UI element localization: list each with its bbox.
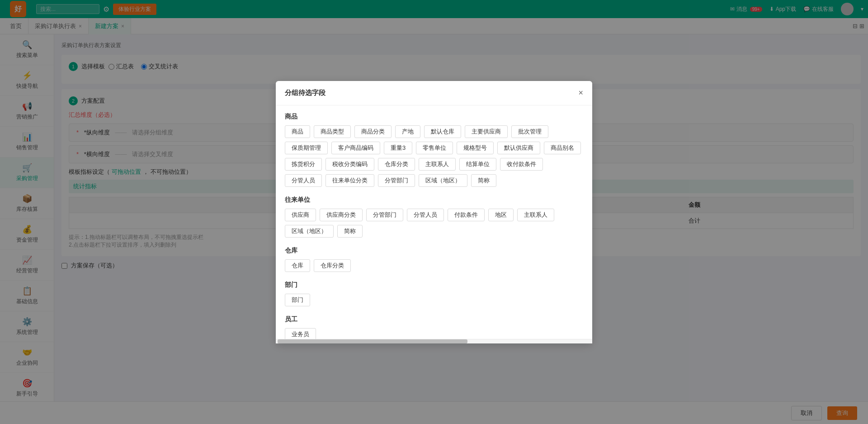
field-tag-0-10[interactable]: 零售单位 bbox=[416, 142, 453, 154]
field-group-3: 部门部门 bbox=[285, 281, 583, 306]
field-tag-0-19[interactable]: 收付款条件 bbox=[500, 158, 543, 171]
modal-overlay: 分组待选字段 × 商品商品商品类型商品分类产地默认仓库主要供应商批次管理保质期管… bbox=[0, 0, 868, 424]
field-tags-1: 供应商供应商分类分管部门分管人员付款条件地区主联系人区域（地区）简称 bbox=[285, 209, 583, 238]
field-tag-0-21[interactable]: 往来单位分类 bbox=[326, 174, 374, 187]
field-tag-0-9[interactable]: 重量3 bbox=[384, 142, 412, 154]
field-group-title-3: 部门 bbox=[285, 281, 583, 289]
field-tag-0-20[interactable]: 分管人员 bbox=[285, 174, 322, 187]
field-tags-4: 业务员 bbox=[285, 328, 583, 339]
field-tag-1-5[interactable]: 地区 bbox=[488, 209, 514, 221]
field-tag-1-4[interactable]: 付款条件 bbox=[448, 209, 485, 221]
field-tags-3: 部门 bbox=[285, 294, 583, 306]
field-tags-2: 仓库仓库分类 bbox=[285, 259, 583, 272]
field-group-2: 仓库仓库仓库分类 bbox=[285, 247, 583, 272]
field-tag-0-23[interactable]: 区域（地区） bbox=[419, 174, 467, 187]
field-tag-0-22[interactable]: 分管部门 bbox=[378, 174, 415, 187]
field-tag-0-17[interactable]: 主联系人 bbox=[419, 158, 456, 171]
field-group-title-4: 员工 bbox=[285, 315, 583, 324]
field-tag-2-0[interactable]: 仓库 bbox=[285, 259, 310, 272]
field-tag-0-14[interactable]: 拣货积分 bbox=[285, 158, 322, 171]
modal: 分组待选字段 × 商品商品商品类型商品分类产地默认仓库主要供应商批次管理保质期管… bbox=[276, 81, 592, 343]
modal-body: 商品商品商品类型商品分类产地默认仓库主要供应商批次管理保质期管理客户商品编码重量… bbox=[276, 105, 592, 339]
field-tag-1-6[interactable]: 主联系人 bbox=[517, 209, 554, 221]
field-tag-0-11[interactable]: 规格型号 bbox=[457, 142, 494, 154]
field-tag-4-0[interactable]: 业务员 bbox=[285, 328, 316, 339]
field-tag-0-15[interactable]: 税收分类编码 bbox=[326, 158, 374, 171]
field-tag-0-6[interactable]: 批次管理 bbox=[511, 125, 548, 138]
field-tag-0-0[interactable]: 商品 bbox=[285, 125, 310, 138]
field-tag-0-4[interactable]: 默认仓库 bbox=[424, 125, 461, 138]
field-tag-0-18[interactable]: 结算单位 bbox=[459, 158, 496, 171]
field-tag-0-7[interactable]: 保质期管理 bbox=[285, 142, 328, 154]
modal-close-button[interactable]: × bbox=[578, 88, 583, 98]
field-tag-3-0[interactable]: 部门 bbox=[285, 294, 310, 306]
modal-header: 分组待选字段 × bbox=[276, 81, 592, 105]
modal-hscroll[interactable] bbox=[276, 339, 592, 343]
field-tag-0-24[interactable]: 简称 bbox=[471, 174, 496, 187]
field-tag-1-7[interactable]: 区域（地区） bbox=[285, 225, 334, 238]
field-tag-0-2[interactable]: 商品分类 bbox=[354, 125, 392, 138]
field-tag-0-8[interactable]: 客户商品编码 bbox=[331, 142, 380, 154]
field-tag-0-12[interactable]: 默认供应商 bbox=[497, 142, 540, 154]
field-group-title-0: 商品 bbox=[285, 113, 583, 121]
field-tag-0-1[interactable]: 商品类型 bbox=[314, 125, 351, 138]
field-tag-1-8[interactable]: 简称 bbox=[337, 225, 363, 238]
field-group-title-1: 往来单位 bbox=[285, 196, 583, 204]
field-tag-0-13[interactable]: 商品别名 bbox=[544, 142, 581, 154]
field-tags-0: 商品商品类型商品分类产地默认仓库主要供应商批次管理保质期管理客户商品编码重量3零… bbox=[285, 125, 583, 187]
field-tag-0-16[interactable]: 仓库分类 bbox=[378, 158, 415, 171]
field-tag-1-3[interactable]: 分管人员 bbox=[407, 209, 444, 221]
field-group-title-2: 仓库 bbox=[285, 247, 583, 255]
field-tag-1-0[interactable]: 供应商 bbox=[285, 209, 316, 221]
field-group-1: 往来单位供应商供应商分类分管部门分管人员付款条件地区主联系人区域（地区）简称 bbox=[285, 196, 583, 238]
field-group-4: 员工业务员 bbox=[285, 315, 583, 339]
field-tag-0-3[interactable]: 产地 bbox=[395, 125, 420, 138]
field-tag-1-2[interactable]: 分管部门 bbox=[366, 209, 403, 221]
field-tag-2-1[interactable]: 仓库分类 bbox=[314, 259, 351, 272]
modal-title: 分组待选字段 bbox=[285, 89, 326, 97]
field-group-0: 商品商品商品类型商品分类产地默认仓库主要供应商批次管理保质期管理客户商品编码重量… bbox=[285, 113, 583, 187]
field-tag-0-5[interactable]: 主要供应商 bbox=[465, 125, 508, 138]
field-tag-1-1[interactable]: 供应商分类 bbox=[320, 209, 363, 221]
